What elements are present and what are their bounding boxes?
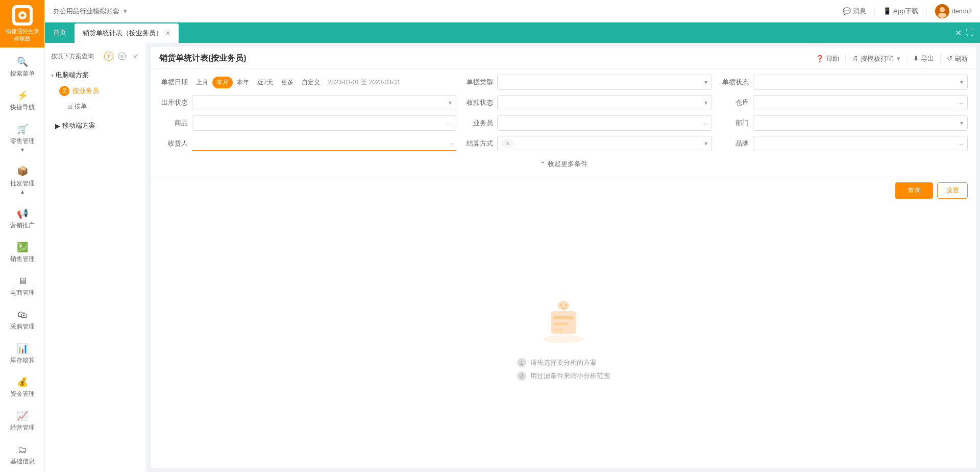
tab-home[interactable]: 首页 bbox=[45, 22, 75, 43]
tip-num-1: 1 bbox=[517, 358, 526, 367]
divider2 bbox=[926, 7, 927, 15]
sales-icon: 💹 bbox=[17, 241, 28, 254]
date-tab-this-year[interactable]: 本年 bbox=[233, 77, 253, 88]
sidebar-item-search[interactable]: 🔍 搜索菜单 bbox=[3, 51, 41, 83]
sidebar: 畅捷通好生意标账版 🔍 搜索菜单 ⚡ 快捷导航 🛒 零售管理 ▾ 📦 批发管理 … bbox=[0, 0, 45, 472]
date-label: 单据日期 bbox=[159, 78, 192, 87]
date-tab-this-month[interactable]: 本月 bbox=[212, 77, 233, 88]
print-btn[interactable]: 🖨 按模板打印 ▾ bbox=[852, 54, 900, 63]
settings-button[interactable]: 设置 bbox=[937, 182, 968, 199]
inventory-icon: 📊 bbox=[17, 342, 28, 355]
mobile-group-arrow: ▶ bbox=[55, 122, 60, 130]
date-tab-last-month[interactable]: 上月 bbox=[192, 77, 212, 88]
product-dots[interactable]: ··· bbox=[446, 120, 452, 127]
date-tab-more[interactable]: 更多 bbox=[277, 77, 298, 88]
actions-divider3 bbox=[940, 55, 941, 63]
sidebar-item-basic[interactable]: 🗂 基础信息 bbox=[3, 438, 41, 471]
date-range: 2023-03-01 至 2023-03-31 bbox=[328, 78, 400, 87]
brand-dots[interactable]: ··· bbox=[958, 140, 963, 148]
scheme-item-by-salesperson[interactable]: 员 按业务员 bbox=[45, 83, 146, 99]
app-download-btn[interactable]: 📱 App下载 bbox=[883, 7, 918, 16]
filter-cell-date: 单据日期 上月 本月 本年 近7天 更多 自定义 2023-03-01 至 20… bbox=[159, 77, 456, 88]
tip-text-1: 请先选择要分析的方案 bbox=[530, 358, 597, 367]
collapse-btn[interactable]: ⌃ 收起更多条件 bbox=[540, 156, 587, 172]
sub-scheme-item-by-order[interactable]: ⊞ 按单 bbox=[45, 99, 146, 114]
date-tab-7days[interactable]: 近7天 bbox=[253, 77, 277, 88]
query-button[interactable]: 查询 bbox=[895, 182, 933, 199]
outstatus-select[interactable]: ▾ bbox=[192, 95, 456, 110]
print-dropdown-arrow[interactable]: ▾ bbox=[897, 55, 900, 62]
sidebar-item-ecommerce-label: 电商管理 bbox=[10, 289, 35, 297]
docstatus-select[interactable]: ▾ bbox=[753, 75, 968, 90]
payment-select[interactable]: ▾ bbox=[497, 95, 712, 110]
user-name: demo2 bbox=[951, 7, 972, 15]
sidebar-item-search-label: 搜索菜单 bbox=[10, 69, 35, 78]
sidebar-item-ecommerce[interactable]: 🖥 电商管理 bbox=[3, 270, 41, 302]
scheme-group-mobile-header[interactable]: ▶ 移动端方案 bbox=[45, 118, 146, 133]
add-scheme-btn[interactable]: + bbox=[104, 51, 114, 61]
scheme-group-desktop-header[interactable]: ▾ 电脑端方案 bbox=[45, 67, 146, 83]
tab-close-icon[interactable]: ✕ bbox=[165, 30, 170, 37]
settlement-tag-close[interactable]: × bbox=[506, 140, 509, 147]
svg-point-3 bbox=[940, 7, 945, 12]
collapse-icon: « bbox=[133, 52, 137, 60]
doctype-arrow: ▾ bbox=[704, 79, 707, 86]
consignee-dots[interactable]: ··· bbox=[449, 139, 454, 147]
filter-cell-warehouse: 仓库 ··· bbox=[720, 95, 968, 110]
collapse-panel-btn[interactable]: « bbox=[130, 51, 140, 61]
tab-sales-stats[interactable]: 销货单统计表（按业务员） ✕ bbox=[75, 23, 179, 43]
warehouse-dots[interactable]: ··· bbox=[958, 99, 963, 107]
app-download-icon: 📱 bbox=[883, 7, 891, 15]
topbar-dropdown-icon[interactable]: ▾ bbox=[124, 7, 127, 15]
date-control: 上月 本月 本年 近7天 更多 自定义 2023-03-01 至 2023-03… bbox=[192, 77, 456, 88]
sidebar-item-purchase[interactable]: 🛍 采购管理 bbox=[3, 303, 41, 336]
tab-actions: ✕ ⛶ bbox=[955, 28, 980, 38]
sidebar-item-inventory[interactable]: 📊 库存核算 bbox=[3, 337, 41, 370]
sidebar-nav: 🔍 搜索菜单 ⚡ 快捷导航 🛒 零售管理 ▾ 📦 批发管理 ▴ 📢 营销推广 💹… bbox=[0, 48, 44, 472]
tab-sales-stats-label: 销货单统计表（按业务员） bbox=[83, 29, 162, 38]
salesperson-dots[interactable]: ··· bbox=[702, 120, 707, 127]
refresh-btn[interactable]: ↺ 刷新 bbox=[947, 54, 968, 63]
wholesale-arrow: ▴ bbox=[21, 187, 24, 196]
svg-rect-9 bbox=[553, 322, 569, 325]
tab-close-btn[interactable]: ✕ bbox=[955, 28, 962, 38]
basic-icon: 🗂 bbox=[18, 443, 27, 456]
sidebar-item-wholesale[interactable]: 📦 批发管理 ▴ bbox=[3, 160, 41, 201]
settlement-select[interactable]: × ▾ bbox=[497, 136, 712, 151]
doctype-select[interactable]: ▾ bbox=[497, 75, 712, 90]
warehouse-label: 仓库 bbox=[720, 98, 753, 107]
empty-tip-1: 1 请先选择要分析的方案 bbox=[517, 358, 610, 367]
sidebar-item-finance[interactable]: 💰 资金管理 bbox=[3, 371, 41, 404]
sidebar-item-shortcut[interactable]: ⚡ 快捷导航 bbox=[3, 84, 41, 117]
export-btn[interactable]: ⬇ 导出 bbox=[913, 54, 934, 63]
help-btn[interactable]: ❓ 帮助 bbox=[816, 54, 839, 63]
tabbar: 首页 销货单统计表（按业务员） ✕ ✕ ⛶ bbox=[45, 22, 980, 43]
sidebar-item-marketing-label: 营销推广 bbox=[10, 221, 35, 230]
edit-scheme-btn[interactable] bbox=[117, 51, 127, 61]
date-tab-custom[interactable]: 自定义 bbox=[298, 77, 324, 88]
tab-expand-btn[interactable]: ⛶ bbox=[966, 28, 974, 37]
payment-label: 收款状态 bbox=[464, 98, 497, 107]
consignee-input[interactable] bbox=[194, 139, 449, 147]
refresh-icon: ↺ bbox=[947, 55, 952, 62]
export-icon: ⬇ bbox=[913, 55, 919, 62]
salesperson-label: 业务员 bbox=[464, 119, 497, 128]
sidebar-item-marketing[interactable]: 📢 营销推广 bbox=[3, 202, 41, 235]
sidebar-item-operation-label: 经营管理 bbox=[10, 423, 35, 432]
filter-row-1: 单据日期 上月 本月 本年 近7天 更多 自定义 2023-03-01 至 20… bbox=[159, 75, 968, 90]
department-select[interactable]: ▾ bbox=[753, 115, 968, 131]
logo-text: 畅捷通好生意标账版 bbox=[6, 28, 39, 42]
user-menu[interactable]: demo2 bbox=[935, 4, 972, 18]
sidebar-item-sales[interactable]: 💹 销售管理 bbox=[3, 236, 41, 269]
action-bar: 查询 设置 bbox=[151, 178, 976, 203]
department-label: 部门 bbox=[720, 119, 753, 128]
content-area: 按以下方案查询 + « ▾ 电脑端方案 bbox=[45, 43, 980, 472]
sidebar-item-operation[interactable]: 📈 经营管理 bbox=[3, 405, 41, 437]
help-label: 帮助 bbox=[826, 54, 839, 63]
date-tabs: 上月 本月 本年 近7天 更多 自定义 bbox=[192, 77, 324, 88]
print-label: 按模板打印 bbox=[861, 54, 894, 63]
sidebar-item-retail[interactable]: 🛒 零售管理 ▾ bbox=[3, 118, 41, 159]
topbar: 办公用品行业模拟账套 ▾ 💬 消息 📱 App下载 demo2 bbox=[45, 0, 980, 22]
message-btn[interactable]: 💬 消息 bbox=[843, 7, 866, 16]
tip-text-2: 用过滤条件来缩小分析范围 bbox=[530, 371, 610, 381]
